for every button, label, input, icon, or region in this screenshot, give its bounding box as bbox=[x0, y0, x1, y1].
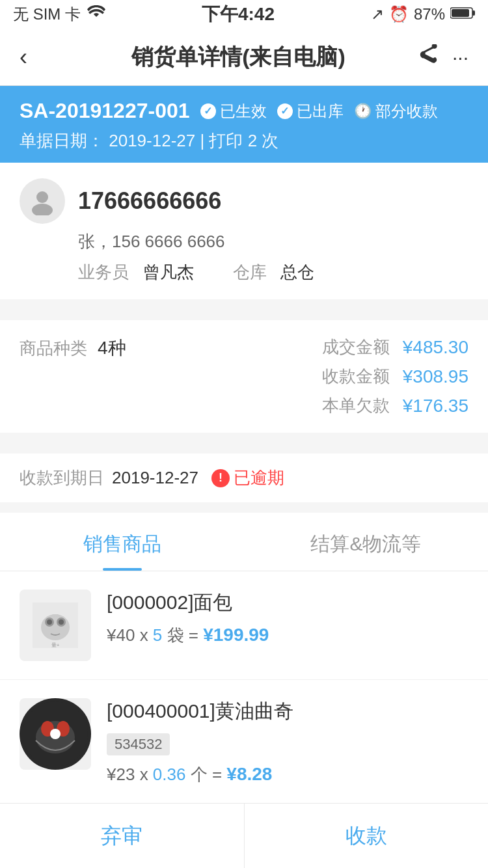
amounts: 成交金额 ¥485.30 收款金额 ¥308.95 本单欠款 ¥176.35 bbox=[322, 336, 468, 417]
status-right: ↗ ⏰ 87% bbox=[371, 5, 475, 23]
qty-2: 0.36 bbox=[153, 765, 186, 784]
tabs: 销售商品 结算&物流等 bbox=[0, 513, 488, 571]
product-price-1: ¥40 x 5 袋 = ¥199.99 bbox=[107, 624, 468, 647]
order-date-info: 单据日期： 2019-12-27 | 打印 2 次 bbox=[20, 129, 468, 152]
due-label: 收款到期日 bbox=[20, 467, 104, 489]
collect-button[interactable]: 收款 bbox=[245, 804, 489, 868]
total-2: ¥8.28 bbox=[226, 764, 272, 784]
type-count: 4种 bbox=[98, 336, 126, 360]
list-item: [000400001]黄油曲奇 534532 ¥23 x 0.36 个 = ¥8… bbox=[0, 680, 488, 805]
order-id: SA-20191227-001 bbox=[20, 99, 190, 123]
header-banner: SA-20191227-001 ✓ 已生效 ✓ 已出库 🕐 部分收款 单据日期：… bbox=[0, 86, 488, 163]
status-bar: 无 SIM 卡 下午4:42 ↗ ⏰ 87% bbox=[0, 0, 488, 29]
battery-text: 87% bbox=[414, 5, 445, 23]
svg-rect-1 bbox=[472, 10, 475, 16]
svg-point-16 bbox=[50, 729, 61, 739]
product-name-1: [0000002]面包 bbox=[107, 590, 468, 616]
svg-rect-2 bbox=[452, 9, 469, 17]
divider-2 bbox=[0, 443, 488, 454]
product-name-2: [000400001]黄油曲奇 bbox=[107, 698, 468, 725]
page-title: 销货单详情(来自电脑) bbox=[131, 42, 346, 72]
product-image-2 bbox=[20, 698, 91, 770]
total-1: ¥199.99 bbox=[203, 625, 269, 645]
list-item: 量+ [0000002]面包 ¥40 x 5 袋 = ¥199.99 bbox=[0, 571, 488, 680]
clock-icon: 🕐 bbox=[354, 103, 372, 120]
customer-section: 17666666666 张，156 6666 6666 业务员 曾凡杰 仓库 总… bbox=[0, 163, 488, 299]
debt-label: 本单欠款 bbox=[322, 394, 390, 417]
status-partial: 🕐 部分收款 bbox=[354, 101, 438, 122]
share-button[interactable] bbox=[418, 44, 439, 70]
received-value: ¥308.95 bbox=[403, 366, 468, 387]
divider-1 bbox=[0, 310, 488, 320]
products-section: 量+ [0000002]面包 ¥40 x 5 袋 = ¥199.99 bbox=[0, 571, 488, 805]
amount-label: 成交金额 bbox=[322, 336, 390, 359]
nav-bar: ‹ 销货单详情(来自电脑) ··· bbox=[0, 29, 488, 86]
status-effected: ✓ 已生效 bbox=[200, 101, 267, 122]
status-left: 无 SIM 卡 bbox=[13, 4, 105, 25]
debt-value: ¥176.35 bbox=[403, 396, 468, 416]
product-sku-2: 534532 bbox=[107, 733, 170, 755]
svg-point-9 bbox=[47, 619, 52, 625]
wifi-icon bbox=[87, 5, 105, 23]
received-label: 收款金额 bbox=[322, 365, 390, 388]
product-price-2: ¥23 x 0.36 个 = ¥8.28 bbox=[107, 763, 468, 786]
carrier-text: 无 SIM 卡 bbox=[13, 4, 81, 25]
type-label: 商品种类 bbox=[20, 337, 87, 360]
avatar bbox=[20, 178, 65, 224]
cancel-button[interactable]: 弃审 bbox=[0, 804, 245, 868]
qty-1: 5 bbox=[153, 625, 162, 645]
overdue-badge: ! 已逾期 bbox=[211, 467, 284, 489]
warehouse: 总仓 bbox=[280, 262, 314, 282]
check-icon-2: ✓ bbox=[277, 103, 293, 119]
customer-contact: 张，156 6666 6666 bbox=[20, 230, 468, 253]
tab-settlement[interactable]: 结算&物流等 bbox=[244, 513, 488, 571]
overdue-icon: ! bbox=[211, 469, 230, 487]
due-date: 2019-12-27 bbox=[112, 468, 198, 488]
nav-actions: ··· bbox=[418, 44, 468, 70]
bottom-bar: 弃审 收款 bbox=[0, 803, 488, 868]
battery-icon bbox=[450, 5, 475, 23]
back-button[interactable]: ‹ bbox=[20, 44, 59, 71]
divider-3 bbox=[0, 502, 488, 513]
svg-text:量+: 量+ bbox=[51, 642, 60, 648]
product-image-1: 量+ bbox=[20, 590, 91, 661]
summary-section: 商品种类 4种 成交金额 ¥485.30 收款金额 ¥308.95 本单欠款 ¥… bbox=[0, 320, 488, 433]
customer-extra: 业务员 曾凡杰 仓库 总仓 bbox=[20, 261, 468, 284]
status-shipped: ✓ 已出库 bbox=[277, 101, 344, 122]
overdue-text: 已逾期 bbox=[234, 467, 284, 489]
amount-value: ¥485.30 bbox=[403, 337, 468, 358]
svg-point-10 bbox=[59, 619, 64, 625]
status-time: 下午4:42 bbox=[202, 2, 275, 27]
check-icon-1: ✓ bbox=[200, 103, 216, 119]
product-info-2: [000400001]黄油曲奇 534532 ¥23 x 0.36 个 = ¥8… bbox=[107, 698, 468, 786]
alarm-icon: ⏰ bbox=[389, 5, 409, 23]
more-button[interactable]: ··· bbox=[452, 46, 468, 68]
sales-person: 曾凡杰 bbox=[143, 262, 194, 282]
due-date-section: 收款到期日 2019-12-27 ! 已逾期 bbox=[0, 454, 488, 502]
product-info-1: [0000002]面包 ¥40 x 5 袋 = ¥199.99 bbox=[107, 590, 468, 647]
tab-sales-products[interactable]: 销售商品 bbox=[0, 513, 244, 571]
svg-point-4 bbox=[32, 204, 53, 215]
svg-point-3 bbox=[36, 191, 48, 203]
customer-name: 17666666666 bbox=[78, 187, 221, 215]
location-icon: ↗ bbox=[371, 5, 384, 23]
